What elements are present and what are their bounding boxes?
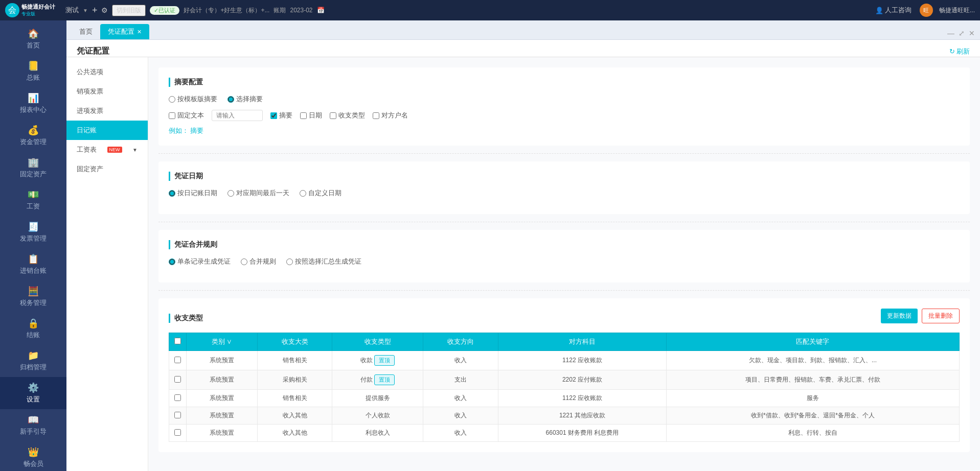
row-checkbox-cell[interactable] (169, 425, 187, 442)
summary-radio-select-input[interactable] (227, 96, 234, 103)
merge-radio-merge[interactable]: 合并规则 (241, 257, 276, 266)
sidebar-item-funds[interactable]: 💰 资金管理 (0, 120, 66, 152)
sidebar-item-reports[interactable]: 📊 报表中心 (0, 87, 66, 120)
sidebar-item-salary[interactable]: 💵 工资 (0, 184, 66, 216)
window-close-button[interactable]: ✕ (969, 29, 975, 37)
voucher-date-radio-period[interactable]: 对应期间最后一天 (227, 189, 289, 198)
refresh-button[interactable]: ↻ 刷新 (949, 47, 970, 56)
summary-radio-select[interactable]: 选择摘要 (227, 95, 263, 104)
sidebar-item-invoice[interactable]: 🧾 发票管理 (0, 216, 66, 248)
reports-icon: 📊 (28, 92, 39, 104)
pin-top-button[interactable]: 置顶 (374, 374, 395, 385)
voucher-date-period-input[interactable] (227, 190, 234, 197)
fixed-text-input[interactable] (212, 110, 263, 121)
row-checkbox[interactable] (174, 376, 181, 383)
sidebar-item-guide[interactable]: 📖 新手引导 (0, 409, 66, 441)
counterpart-checkbox-input[interactable] (373, 112, 379, 119)
row-match-keyword: 项目、日常费用、报销款、车费、承兑汇票、付款 (666, 370, 959, 390)
left-nav-journal[interactable]: 日记账 (66, 121, 148, 140)
summary-checkbox-input[interactable] (270, 112, 277, 119)
table-row: 系统预置 收入其他 利息收入 收入 660301 财务费用 利息费用 利息、行转… (169, 425, 960, 442)
row-checkbox-cell[interactable] (169, 407, 187, 425)
fixed-text-checkbox-input[interactable] (169, 112, 175, 119)
row-main-type: 销售相关 (257, 390, 332, 407)
merge-radio-merge-input[interactable] (241, 258, 247, 265)
down-arrow-icon[interactable]: ▼ (83, 8, 88, 13)
update-data-button[interactable]: 更新数据 (881, 309, 918, 323)
row-counter-subject: 1221 其他应收款 (498, 407, 666, 425)
row-category: 系统预置 (187, 390, 258, 407)
tab-home[interactable]: 首页 (72, 24, 100, 39)
type-checkbox[interactable]: 收支类型 (330, 111, 365, 120)
merge-radio-single[interactable]: 单条记录生成凭证 (169, 257, 231, 266)
add-button[interactable]: + (92, 5, 98, 16)
voucher-date-journal-input[interactable] (169, 190, 175, 197)
row-checkbox-cell[interactable] (169, 351, 187, 370)
row-main-type: 收入其他 (257, 425, 332, 442)
type-checkbox-input[interactable] (330, 112, 336, 119)
settings-icon[interactable]: ⚙ (101, 6, 108, 14)
logo: 会 畅捷通好会计 专业版 (5, 3, 56, 17)
row-checkbox-cell[interactable] (169, 390, 187, 407)
refresh-icon: ↻ (949, 48, 955, 55)
row-checkbox[interactable] (174, 412, 181, 418)
batch-delete-button[interactable]: 批量删除 (922, 309, 960, 323)
tab-voucher-config[interactable]: 凭证配置 ✕ (100, 24, 149, 39)
th-category: 类别 ∨ (187, 333, 258, 351)
sidebar-item-closing[interactable]: 🔒 结账 (0, 313, 66, 345)
th-match-keyword: 匹配关键字 (666, 333, 959, 351)
voucher-date-radio-custom[interactable]: 自定义日期 (300, 189, 341, 198)
counterpart-checkbox[interactable]: 对方户名 (373, 111, 408, 120)
tab-voucher-config-label: 凭证配置 (108, 27, 134, 36)
summary-radio-template[interactable]: 按模板版摘要 (169, 95, 217, 104)
window-minimize-button[interactable]: — (947, 29, 954, 37)
date-checkbox-input[interactable] (300, 112, 307, 119)
select-all-checkbox[interactable] (174, 338, 181, 344)
page-header: 凭证配置 ↻ 刷新 (66, 40, 980, 57)
old-version-button[interactable]: 切到旧版 (112, 5, 146, 16)
sidebar-item-tax[interactable]: 🧮 税务管理 (0, 280, 66, 313)
left-nav-fixed-assets[interactable]: 固定资产 (66, 159, 148, 179)
left-nav-payroll[interactable]: 工资表 NEW ▼ (66, 140, 148, 159)
date-checkbox[interactable]: 日期 (300, 111, 322, 120)
user-name: 畅捷通旺旺... (939, 6, 975, 15)
window-maximize-button[interactable]: ⤢ (959, 29, 965, 37)
row-match-keyword: 服务 (666, 390, 959, 407)
tab-close-icon[interactable]: ✕ (137, 29, 142, 35)
sidebar-item-assets[interactable]: 🏢 固定资产 (0, 152, 66, 184)
service-button[interactable]: 👤 人工咨询 (875, 6, 911, 15)
sidebar-item-label: 资金管理 (20, 137, 47, 147)
th-checkbox[interactable] (169, 333, 187, 351)
summary-radio-template-input[interactable] (169, 96, 175, 103)
row-checkbox-cell[interactable] (169, 370, 187, 390)
sidebar-item-settings[interactable]: ⚙️ 设置 (0, 377, 66, 409)
row-checkbox[interactable] (174, 394, 181, 401)
row-checkbox[interactable] (174, 429, 181, 436)
voucher-date-custom-input[interactable] (300, 190, 306, 197)
merge-radio-summary[interactable]: 按照选择汇总生成凭证 (286, 257, 361, 266)
summary-checkbox[interactable]: 摘要 (270, 111, 292, 120)
voucher-date-radio-journal[interactable]: 按日记账日期 (169, 189, 217, 198)
test-label: 测试 (65, 6, 79, 15)
left-nav-public[interactable]: 公共选项 (66, 62, 148, 82)
row-direction: 收入 (423, 351, 498, 370)
sidebar-item-home[interactable]: 🏠 首页 (0, 23, 66, 55)
row-checkbox[interactable] (174, 357, 181, 363)
sidebar-item-purchase[interactable]: 📋 进销台账 (0, 248, 66, 280)
sidebar-item-archive[interactable]: 📁 归档管理 (0, 345, 66, 377)
assets-icon: 🏢 (28, 157, 39, 168)
voucher-date-section: 凭证日期 按日记账日期 对应期间最后一天 自定义日期 (158, 161, 970, 214)
row-direction: 收入 (423, 390, 498, 407)
sidebar-item-label: 设置 (27, 395, 40, 404)
sidebar-item-member[interactable]: 👑 畅会员 (0, 441, 66, 471)
merge-radio-single-input[interactable] (169, 258, 175, 265)
sidebar-item-label: 税务管理 (20, 298, 47, 308)
sidebar-item-ledger[interactable]: 📒 总账 (0, 55, 66, 87)
voucher-date-radio-group: 按日记账日期 对应期间最后一天 自定义日期 (169, 189, 960, 198)
merge-radio-summary-input[interactable] (286, 258, 293, 265)
left-nav-sales[interactable]: 销项发票 (66, 82, 148, 101)
left-nav-purchase-inv[interactable]: 进项发票 (66, 101, 148, 121)
calendar-icon[interactable]: 📅 (317, 7, 325, 14)
fixed-text-checkbox[interactable]: 固定文本 (169, 111, 204, 120)
pin-top-button[interactable]: 置顶 (374, 355, 395, 366)
